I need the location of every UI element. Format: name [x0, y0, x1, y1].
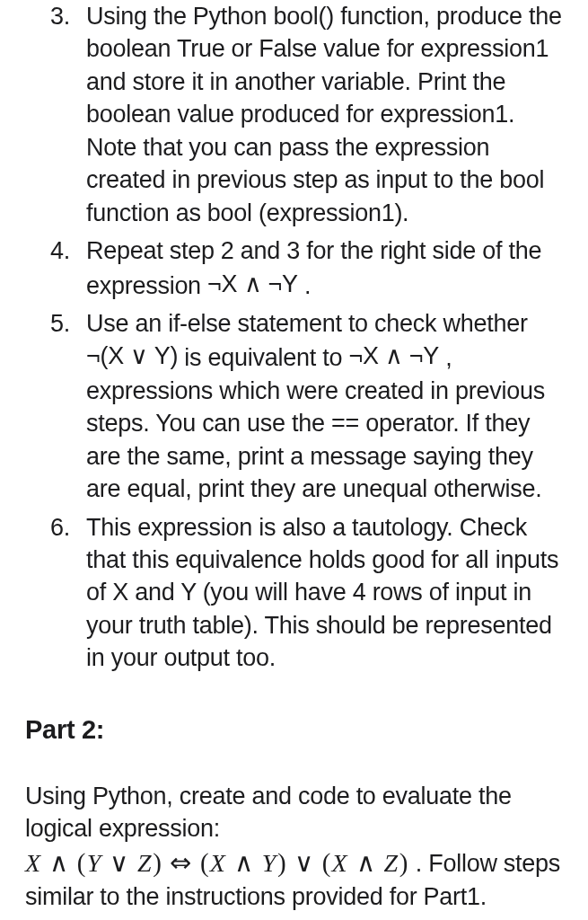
item-3-text: Using the Python bool() function, produc…: [86, 3, 562, 226]
item-5-expression-2: ¬X ∧ ¬Y: [348, 342, 439, 369]
item-4-text-b: .: [298, 272, 311, 299]
item-4-expression: ¬X ∧ ¬Y: [207, 270, 298, 297]
list-item-3: Using the Python bool() function, produc…: [25, 0, 563, 229]
list-item-5: Use an if-else statement to check whethe…: [25, 307, 563, 506]
part2-math-expression: X ∧ (Y ∨ Z) ⇔ (X ∧ Y) ∨ (X ∧ Z): [25, 846, 409, 879]
list-item-6: This expression is also a tautology. Che…: [25, 511, 563, 675]
item-4-text-a: Repeat step 2 and 3 for the right side o…: [86, 237, 541, 298]
item-5-expression-1: ¬(X ∨ Y): [86, 342, 178, 369]
part2-intro-a: Using Python, create and code to evaluat…: [25, 783, 512, 842]
part2-paragraph: Using Python, create and code to evaluat…: [25, 780, 563, 913]
item-6-text: This expression is also a tautology. Che…: [86, 514, 558, 672]
list-item-4: Repeat step 2 and 3 for the right side o…: [25, 234, 563, 302]
item-5-text-a: Use an if-else statement to check whethe…: [86, 310, 528, 337]
instruction-list: Using the Python bool() function, produc…: [25, 0, 563, 675]
item-5-text-b: is equivalent to: [178, 344, 348, 371]
part2-heading: Part 2:: [25, 712, 563, 748]
